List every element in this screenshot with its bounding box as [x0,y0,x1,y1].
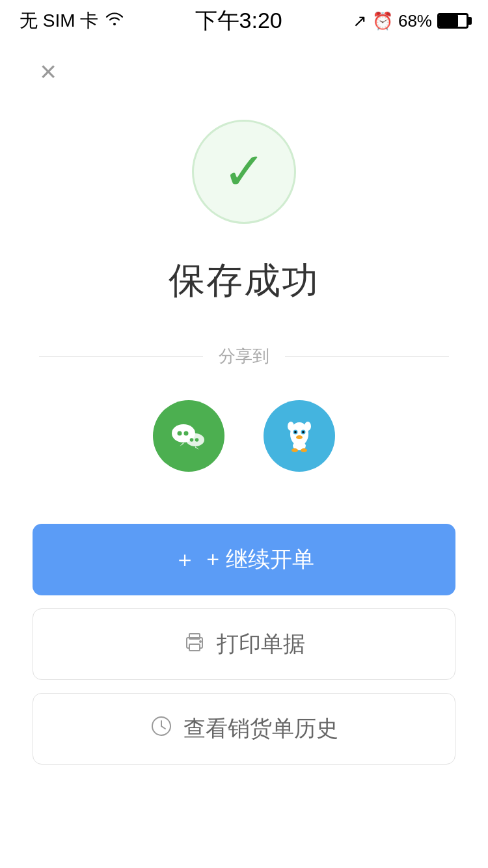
success-title: 保存成功 [169,256,319,306]
share-icons [153,400,335,472]
divider-left [39,356,203,357]
wechat-icon [167,414,211,458]
continue-button[interactable]: ＋ + 继续开单 [33,524,455,595]
alarm-icon: ⏰ [372,11,393,31]
wechat-share-button[interactable] [153,400,224,472]
wifi-icon [105,10,124,31]
status-bar: 无 SIM 卡 下午3:20 ↗ ⏰ 68% [0,0,488,42]
svg-point-13 [305,422,311,431]
share-divider: 分享到 [0,345,488,368]
svg-point-5 [195,438,199,442]
close-button[interactable]: × [29,52,68,91]
history-button[interactable]: 查看销货单历史 [33,693,455,765]
location-icon: ↗ [353,11,367,31]
svg-rect-18 [189,644,200,651]
print-button[interactable]: 打印单据 [33,608,455,680]
svg-point-16 [301,448,307,452]
battery-icon [437,13,468,29]
print-label: 打印单据 [217,629,305,659]
clock-icon [150,714,173,743]
svg-point-12 [288,422,294,431]
status-right: ↗ ⏰ 68% [353,11,468,31]
qq-share-button[interactable] [264,400,335,472]
main-content: ✓ 保存成功 分享到 [0,42,488,765]
svg-point-2 [184,431,189,436]
printer-icon [183,630,206,658]
success-circle: ✓ [192,120,296,224]
svg-point-1 [178,431,182,436]
actions: ＋ + 继续开单 打印单据 查看销货单历史 [0,524,488,765]
status-left: 无 SIM 卡 [20,8,124,33]
divider-right [285,356,449,357]
continue-label: + 继续开单 [206,545,314,575]
history-label: 查看销货单历史 [183,714,338,744]
close-icon: × [40,57,57,86]
qq-icon [279,416,319,456]
svg-point-15 [291,448,298,452]
svg-point-10 [302,431,305,433]
checkmark-icon: ✓ [223,146,266,198]
time-display: 下午3:20 [195,6,282,36]
share-label: 分享到 [203,345,285,368]
plus-icon: ＋ [174,545,196,575]
svg-point-4 [190,438,194,442]
svg-point-11 [296,435,303,439]
sim-status: 无 SIM 卡 [20,8,98,33]
battery-percent: 68% [398,11,432,31]
svg-point-20 [199,640,202,643]
svg-point-9 [294,431,297,433]
